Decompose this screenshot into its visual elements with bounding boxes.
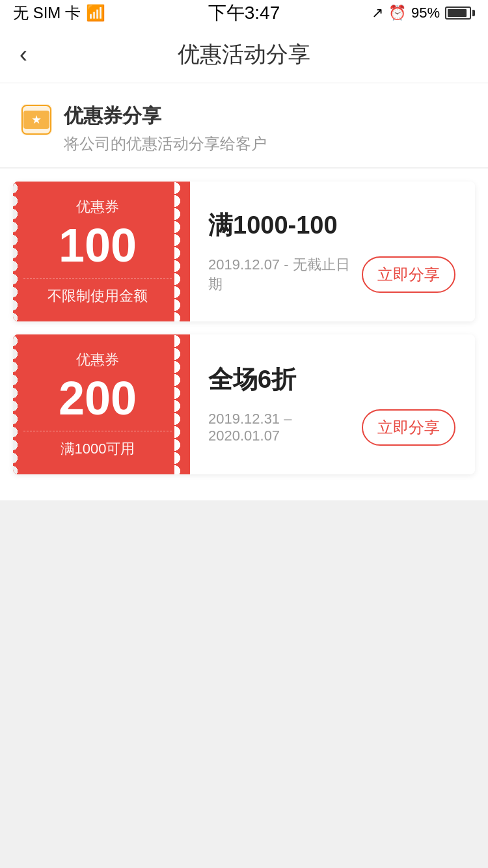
back-button[interactable]: ‹ [20,41,27,68]
coupon-left-2: 优惠券 200 满1000可用 [13,334,182,474]
coupon-list: 优惠券 100 不限制使用金额 满1000-100 2019.12.07 - 无… [0,169,488,500]
coupon-date-2: 2019.12.31 – 2020.01.07 [208,411,355,444]
coupon-share-icon: ★ [20,103,53,137]
section-header: ★ 优惠券分享 将公司的优惠活动分享给客户 [0,83,488,167]
nav-bar: ‹ 优惠活动分享 [0,26,488,83]
coupon-date-1: 2019.12.07 - 无截止日期 [208,255,355,294]
coupon-right-2: 全场6折 2019.12.31 – 2020.01.07 立即分享 [182,334,475,474]
section-subtitle: 将公司的优惠活动分享给客户 [64,133,267,154]
carrier-text: 无 SIM 卡 [13,3,81,23]
coupon-item-2: 优惠券 200 满1000可用 全场6折 2019.12.31 – 2020.0… [13,334,475,474]
coupon-amount-2: 200 [59,375,137,422]
section-title: 优惠券分享 [64,103,267,129]
coupon-divider-1 [23,278,172,278]
battery-icon [445,7,475,20]
status-bar: 无 SIM 卡 📶 下午3:47 ↗ ⏰ 95% [0,0,488,26]
status-time: 下午3:47 [208,1,280,25]
share-button-2[interactable]: 立即分享 [362,409,455,446]
battery-percent: 95% [411,5,440,21]
coupon-amount-1: 100 [59,222,137,269]
status-right: ↗ ⏰ 95% [372,5,475,21]
coupon-right-1: 满1000-100 2019.12.07 - 无截止日期 立即分享 [182,182,475,321]
alarm-icon: ⏰ [388,5,406,21]
coupon-left-1: 优惠券 100 不限制使用金额 [13,182,182,321]
coupon-title-1: 满1000-100 [208,209,455,242]
location-icon: ↗ [372,5,383,21]
coupon-meta-1: 2019.12.07 - 无截止日期 立即分享 [208,255,455,294]
coupon-label-1: 优惠券 [76,197,119,217]
status-left: 无 SIM 卡 📶 [13,3,105,23]
coupon-meta-2: 2019.12.31 – 2020.01.07 立即分享 [208,409,455,446]
coupon-label-2: 优惠券 [76,350,119,370]
share-button-1[interactable]: 立即分享 [362,256,455,293]
coupon-condition-1: 不限制使用金额 [47,286,148,306]
coupon-title-2: 全场6折 [208,363,455,396]
page-title: 优惠活动分享 [178,40,310,70]
wifi-icon: 📶 [86,4,105,22]
svg-text:★: ★ [31,113,42,126]
empty-gray-background [0,500,488,868]
coupon-item-1: 优惠券 100 不限制使用金额 满1000-100 2019.12.07 - 无… [13,182,475,321]
coupon-condition-2: 满1000可用 [61,439,135,459]
section-text-block: 优惠券分享 将公司的优惠活动分享给客户 [64,103,267,154]
coupon-divider-2 [23,431,172,431]
